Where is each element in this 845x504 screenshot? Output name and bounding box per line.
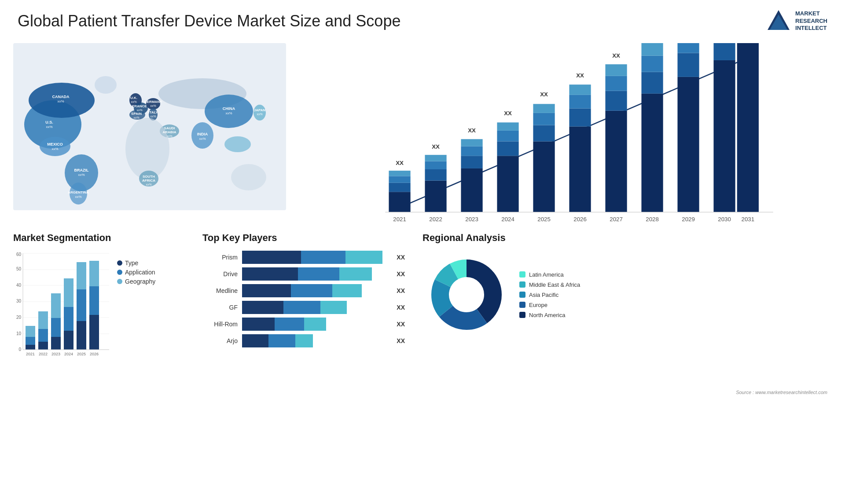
donut-chart bbox=[422, 251, 511, 339]
svg-text:2023: 2023 bbox=[465, 216, 478, 223]
svg-rect-94 bbox=[605, 91, 627, 111]
svg-rect-111 bbox=[713, 43, 735, 60]
player-xx-arjo: XX bbox=[397, 337, 405, 344]
svg-rect-143 bbox=[51, 293, 61, 318]
svg-rect-65 bbox=[425, 161, 446, 169]
map-svg: CANADA xx% U.S. xx% MEXICO xx% BRAZIL xx… bbox=[13, 43, 286, 210]
legend-north-america: North America bbox=[519, 312, 580, 318]
legend-latin-america: Latin America bbox=[519, 271, 580, 278]
segmentation-section: Market Segmentation 0 10 20 30 40 50 60 bbox=[9, 232, 194, 399]
svg-text:2030: 2030 bbox=[718, 216, 731, 223]
donut-container: Latin America Middle East & Africa Asia … bbox=[422, 251, 827, 339]
svg-text:xx%: xx% bbox=[136, 109, 142, 112]
legend-application-label: Application bbox=[125, 269, 155, 276]
regional-title: Regional Analysis bbox=[422, 232, 827, 244]
svg-point-22 bbox=[231, 164, 266, 190]
europe-label: Europe bbox=[529, 302, 547, 308]
legend-geography-label: Geography bbox=[125, 278, 155, 285]
svg-rect-102 bbox=[641, 43, 663, 56]
svg-text:xx%: xx% bbox=[133, 116, 139, 119]
legend-geography: Geography bbox=[117, 278, 155, 285]
player-xx-medline: XX bbox=[397, 287, 405, 294]
growth-bar-chart: XX 2021 XX 2022 XX 2023 XX 2024 bbox=[299, 43, 823, 223]
player-name-hillrom: Hill-Rom bbox=[202, 321, 238, 328]
world-map: CANADA xx% U.S. xx% MEXICO xx% BRAZIL xx… bbox=[13, 43, 286, 210]
bar-dark-prism bbox=[242, 251, 301, 264]
svg-rect-99 bbox=[641, 94, 663, 212]
bar-dark-arjo bbox=[242, 334, 268, 347]
svg-rect-58 bbox=[389, 183, 410, 192]
svg-rect-149 bbox=[77, 321, 86, 350]
player-bar-gf bbox=[242, 301, 389, 314]
svg-rect-60 bbox=[389, 171, 410, 176]
svg-rect-134 bbox=[26, 337, 35, 345]
svg-text:xx%: xx% bbox=[57, 99, 64, 103]
svg-text:2026: 2026 bbox=[90, 352, 99, 356]
bar-light-medline bbox=[332, 284, 362, 297]
svg-rect-153 bbox=[89, 315, 99, 350]
svg-text:2023: 2023 bbox=[51, 352, 60, 356]
donut-legend: Latin America Middle East & Africa Asia … bbox=[519, 271, 580, 318]
svg-rect-88 bbox=[569, 109, 591, 127]
player-name-medline: Medline bbox=[202, 287, 238, 294]
svg-text:ITALY: ITALY bbox=[148, 110, 158, 114]
svg-point-16 bbox=[125, 118, 169, 179]
svg-point-6 bbox=[95, 76, 117, 94]
player-bar-hillrom bbox=[242, 318, 389, 331]
svg-text:AFRICA: AFRICA bbox=[142, 179, 155, 183]
svg-rect-105 bbox=[677, 77, 699, 212]
players-list: Prism XX Drive XX Medlin bbox=[202, 251, 405, 347]
svg-point-5 bbox=[40, 137, 70, 156]
svg-rect-77 bbox=[497, 131, 518, 142]
player-xx-prism: XX bbox=[397, 254, 405, 261]
bar-mid-medline bbox=[291, 284, 332, 297]
svg-rect-133 bbox=[26, 345, 35, 350]
players-section: Top Key Players Prism XX Drive bbox=[194, 232, 414, 399]
svg-text:30: 30 bbox=[16, 299, 22, 303]
bar-light-drive bbox=[339, 267, 372, 281]
svg-text:XX: XX bbox=[468, 127, 476, 134]
bar-mid-gf bbox=[283, 301, 320, 314]
player-bar-medline bbox=[242, 284, 389, 297]
svg-rect-110 bbox=[713, 60, 735, 212]
svg-text:U.K.: U.K. bbox=[130, 96, 137, 100]
source-text: Source : www.marketresearchintellect.com bbox=[736, 390, 827, 395]
svg-rect-72 bbox=[461, 139, 482, 146]
svg-text:FRANCE: FRANCE bbox=[132, 104, 147, 108]
svg-rect-96 bbox=[605, 64, 627, 76]
application-color-dot bbox=[117, 270, 122, 275]
regional-section: Regional Analysis bbox=[414, 232, 836, 399]
svg-rect-87 bbox=[569, 127, 591, 212]
geography-color-dot bbox=[117, 279, 122, 284]
svg-text:50: 50 bbox=[16, 267, 22, 271]
growth-chart-section: XX 2021 XX 2022 XX 2023 XX 2024 bbox=[290, 39, 836, 228]
svg-text:CANADA: CANADA bbox=[52, 95, 70, 99]
svg-rect-75 bbox=[497, 156, 518, 212]
latin-america-color bbox=[519, 271, 525, 278]
svg-text:xx%: xx% bbox=[150, 115, 156, 118]
bar-dark-hillrom bbox=[242, 318, 275, 331]
svg-text:xx%: xx% bbox=[46, 125, 52, 129]
bar-light-prism bbox=[345, 251, 382, 264]
svg-text:INDIA: INDIA bbox=[197, 132, 208, 136]
segmentation-legend: Type Application Geography bbox=[117, 259, 155, 287]
svg-rect-139 bbox=[38, 311, 48, 329]
page-header: Global Patient Transfer Device Market Si… bbox=[0, 0, 845, 39]
svg-rect-71 bbox=[461, 146, 482, 156]
legend-type: Type bbox=[117, 259, 155, 267]
svg-rect-78 bbox=[497, 122, 518, 130]
svg-text:xx%: xx% bbox=[257, 113, 262, 116]
svg-rect-142 bbox=[51, 318, 61, 337]
segmentation-chart: 0 10 20 30 40 50 60 bbox=[13, 251, 110, 356]
svg-text:xx%: xx% bbox=[166, 135, 172, 138]
svg-text:SPAIN: SPAIN bbox=[131, 112, 142, 116]
svg-text:xx%: xx% bbox=[199, 137, 206, 141]
player-row-medline: Medline XX bbox=[202, 284, 405, 297]
north-america-color bbox=[519, 312, 525, 318]
player-row-arjo: Arjo XX bbox=[202, 334, 405, 347]
svg-text:CHINA: CHINA bbox=[223, 106, 235, 111]
bar-light-gf bbox=[320, 301, 347, 314]
svg-text:40: 40 bbox=[16, 283, 22, 288]
player-row-hillrom: Hill-Rom XX bbox=[202, 318, 405, 331]
svg-rect-83 bbox=[533, 113, 555, 125]
